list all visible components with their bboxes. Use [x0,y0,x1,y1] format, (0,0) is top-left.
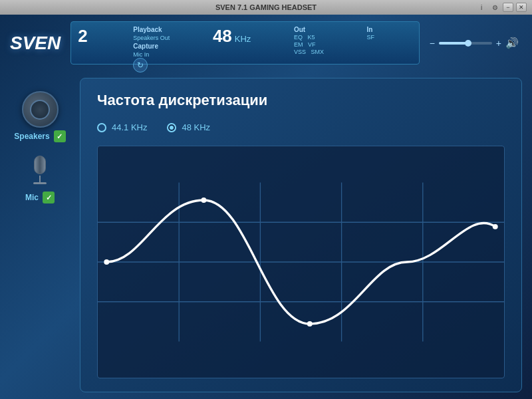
status-labels: Playback Speakers Out Capture Mic In [133,26,207,58]
playback-label: Playback [133,26,207,33]
out-label: Out [294,26,362,33]
main-panel: Частота дискретизации 44.1 KHz 48 KHz [80,78,522,392]
channel-count: 2 [78,26,128,47]
volume-slider[interactable] [439,42,492,45]
out-column: Out EQ K5 EM VF VSS SMX [294,26,362,55]
mic-in-label: Mic In [133,51,207,58]
frequency-unit: KHz [235,34,251,44]
speakers-out-label: Speakers Out [133,35,207,41]
capture-label: Capture [133,43,207,50]
out-items3: VSS SMX [294,49,362,55]
close-button[interactable]: ✕ [516,3,527,12]
mic-device-icon [28,156,51,189]
svg-point-8 [307,321,313,327]
volume-thumb[interactable] [465,40,471,47]
mic-body [34,156,46,174]
settings-button[interactable]: ⚙ [489,3,500,12]
out-items: EQ K5 [294,34,362,41]
volume-decrease-button[interactable]: − [430,38,435,49]
sidebar-item-speakers[interactable]: Speakers ✓ [14,91,65,142]
radio-48khz[interactable]: 48 KHz [167,122,210,132]
panel-title: Частота дискретизации [97,92,505,109]
waveform-display [97,146,505,378]
volume-increase-button[interactable]: + [496,38,501,49]
svg-point-10 [104,259,109,265]
radio-48khz-dot [170,126,174,130]
main-container: SVEN Playback Speakers Out Capture Mic I… [0,15,532,399]
mic-label: Mic [25,193,39,202]
sidebar-item-mic[interactable]: Mic ✓ [25,156,55,203]
titlebar-controls: i ⚙ − ✕ [476,3,527,12]
logo: SVEN [10,21,61,65]
info-button[interactable]: i [476,3,487,12]
status-panel: Playback Speakers Out Capture Mic In 2 4… [70,21,419,65]
sidebar: Speakers ✓ Mic ✓ [10,78,70,392]
speaker-volume-icon: 🔊 [505,37,519,49]
speakers-label-row: Speakers ✓ [14,130,65,142]
radio-44khz-circle [97,123,106,132]
speaker-device-icon [22,91,59,128]
speakers-label: Speakers [14,132,49,141]
svg-point-9 [493,224,498,229]
in-column: In SF [367,26,412,41]
titlebar-title: SVEN 7.1 GAMING HEADSET [215,3,317,11]
radio-48khz-label: 48 KHz [182,122,210,132]
svg-point-7 [201,198,206,203]
content-area: Speakers ✓ Mic ✓ Частота дискретизации [0,71,532,399]
titlebar: SVEN 7.1 GAMING HEADSET i ⚙ − ✕ [0,0,532,15]
top-area: SVEN Playback Speakers Out Capture Mic I… [0,15,532,71]
speaker-inner-ring [30,100,50,120]
minimize-button[interactable]: − [503,3,513,12]
speakers-check-icon: ✓ [54,130,66,142]
in-label: In [367,26,412,33]
out-items2: EM VF [294,41,362,48]
mic-stand [39,176,41,182]
frequency-display: 48 KHz [213,26,289,47]
mic-label-row: Mic ✓ [25,192,55,203]
frequency-value: 48 [213,26,232,47]
mic-check-icon: ✓ [43,192,55,203]
radio-44khz-label: 44.1 KHz [112,122,147,132]
volume-control: − + 🔊 [426,21,522,65]
radio-48khz-circle [167,123,176,132]
in-items: SF [367,34,412,41]
sample-rate-radio-group: 44.1 KHz 48 KHz [97,122,505,132]
mic-base [33,182,47,184]
refresh-icon[interactable]: ↻ [133,58,148,72]
waveform-svg [98,146,504,378]
radio-44khz[interactable]: 44.1 KHz [97,122,147,132]
